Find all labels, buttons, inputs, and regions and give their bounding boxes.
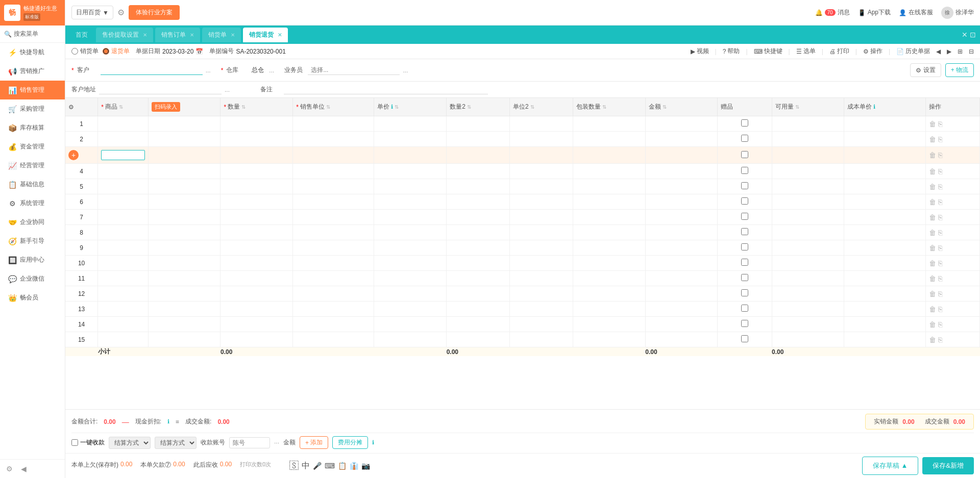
available-cell[interactable]	[772, 225, 844, 240]
gift-checkbox[interactable]	[741, 335, 748, 342]
cost-unit-cell[interactable]	[844, 164, 925, 179]
gift-checkbox[interactable]	[741, 135, 748, 142]
salesperson-input[interactable]	[308, 65, 400, 75]
logistics-button[interactable]: + 物流	[945, 63, 974, 77]
quantity2-cell[interactable]	[447, 132, 510, 147]
amount-cell[interactable]	[645, 132, 718, 147]
barcode-cell[interactable]	[148, 271, 220, 286]
radio-sales-return[interactable]: 退货单	[103, 47, 130, 56]
cost-info-icon[interactable]: ℹ	[873, 104, 875, 110]
cost-unit-cell[interactable]	[844, 286, 925, 301]
industry-dropdown[interactable]: 日用百货 ▼	[71, 6, 113, 19]
quantity2-cell[interactable]	[447, 271, 510, 286]
add-button[interactable]: + 添加	[300, 436, 328, 449]
gift-checkbox[interactable]	[741, 182, 748, 189]
quantity2-cell[interactable]	[447, 256, 510, 271]
one-click-input[interactable]	[71, 439, 78, 446]
bottom-icon-6[interactable]: 👔	[350, 462, 358, 470]
pack-qty-cell[interactable]	[573, 194, 646, 210]
product-cell[interactable]	[98, 225, 149, 240]
sales-unit-cell[interactable]	[293, 147, 374, 164]
bottom-icon-3[interactable]: 🎤	[313, 462, 322, 470]
amount-cell[interactable]	[645, 164, 718, 179]
pack-qty-cell[interactable]	[573, 210, 646, 225]
unit-sort-icon[interactable]: ⇅	[326, 104, 330, 110]
quantity-cell[interactable]	[220, 271, 293, 286]
copy-icon[interactable]: ⎘	[938, 183, 942, 191]
copy-icon[interactable]: ⎘	[938, 135, 942, 143]
nav-prev-icon[interactable]: ◀	[936, 48, 941, 55]
remarks-input[interactable]	[284, 85, 488, 94]
cost-unit-cell[interactable]	[844, 210, 925, 225]
pack-sort-icon[interactable]: ⇅	[602, 104, 606, 110]
quantity2-cell[interactable]	[447, 147, 510, 164]
unit2-cell[interactable]	[510, 210, 573, 225]
sidebar-item-shortcuts[interactable]: ⚡ 快捷导航	[0, 43, 65, 62]
copy-icon[interactable]: ⎘	[938, 213, 942, 221]
product-cell[interactable]	[98, 317, 149, 332]
unit2-cell[interactable]	[510, 147, 573, 164]
quantity-cell[interactable]	[220, 332, 293, 347]
salesperson-dots[interactable]: ...	[403, 67, 408, 74]
copy-icon[interactable]: ⎘	[938, 305, 942, 313]
tab-sales-delivery-close-icon[interactable]: ✕	[231, 32, 235, 38]
bottom-icon-7[interactable]: 📷	[361, 462, 370, 470]
unit-price-cell[interactable]	[374, 256, 447, 271]
gift-checkbox[interactable]	[741, 259, 748, 266]
restore-tab-icon[interactable]: ⊡	[970, 31, 976, 39]
view-list-icon[interactable]: ⊞	[958, 48, 963, 55]
pack-qty-cell[interactable]	[573, 147, 646, 164]
sidebar-item-apps[interactable]: 🔲 应用中心	[0, 250, 65, 269]
sales-unit-cell[interactable]	[293, 271, 374, 286]
notifications-item[interactable]: 🔔 70 消息	[815, 8, 850, 17]
pack-qty-cell[interactable]	[573, 179, 646, 194]
sidebar-item-operations[interactable]: 📈 经营管理	[0, 156, 65, 175]
unit-price-cell[interactable]	[374, 240, 447, 256]
col-header-barcode[interactable]: 扫码录入	[148, 98, 220, 116]
product-cell[interactable]	[98, 164, 149, 179]
nav-next-icon[interactable]: ▶	[947, 48, 951, 55]
delete-icon[interactable]: 🗑	[929, 120, 936, 128]
cash-discount-info-icon[interactable]: ℹ	[167, 418, 169, 425]
sidebar-item-enterprise[interactable]: 🤝 企业协同	[0, 213, 65, 232]
header-gear-icon[interactable]: ⚙	[117, 8, 125, 17]
pack-qty-cell[interactable]	[573, 271, 646, 286]
barcode-cell[interactable]	[148, 132, 220, 147]
gift-checkbox[interactable]	[741, 167, 748, 174]
radio-sales-delivery[interactable]: 销货单	[71, 47, 99, 56]
copy-icon[interactable]: ⎘	[938, 259, 942, 267]
user-profile-item[interactable]: 徐 徐泽华	[941, 7, 974, 19]
quantity2-cell[interactable]	[447, 210, 510, 225]
sales-unit-cell[interactable]	[293, 194, 374, 210]
number-value[interactable]: SA-20230320-001	[236, 48, 285, 55]
barcode-cell[interactable]	[148, 164, 220, 179]
delete-icon[interactable]: 🗑	[929, 151, 936, 159]
copy-icon[interactable]: ⎘	[938, 167, 942, 175]
pack-qty-cell[interactable]	[573, 256, 646, 271]
settlement-method-select[interactable]: 结算方式	[109, 437, 151, 449]
customer-input[interactable]	[101, 65, 203, 75]
copy-icon[interactable]: ⎘	[938, 120, 942, 128]
sidebar-item-sales[interactable]: 📊 销售管理	[0, 81, 65, 99]
amount-cell[interactable]	[645, 332, 718, 347]
unit2-cell[interactable]	[510, 332, 573, 347]
toolbar-history[interactable]: 📄 历史单据	[896, 47, 930, 56]
product-sort-icon[interactable]: ⇅	[119, 104, 123, 110]
pack-qty-cell[interactable]	[573, 132, 646, 147]
pack-qty-cell[interactable]	[573, 225, 646, 240]
amount-cell[interactable]	[645, 116, 718, 132]
tab-price-close-icon[interactable]: ✕	[143, 32, 147, 38]
sidebar-item-finance[interactable]: 💰 资金管理	[0, 137, 65, 156]
qty2-sort-icon[interactable]: ⇅	[467, 104, 471, 110]
copy-icon[interactable]: ⎘	[938, 229, 942, 237]
unit-price-cell[interactable]	[374, 210, 447, 225]
unit2-cell[interactable]	[510, 301, 573, 317]
product-cell[interactable]	[98, 332, 149, 347]
quantity2-cell[interactable]	[447, 286, 510, 301]
available-cell[interactable]	[772, 132, 844, 147]
radio-sales-delivery-input[interactable]	[71, 48, 78, 55]
cost-unit-cell[interactable]	[844, 116, 925, 132]
sales-unit-cell[interactable]	[293, 256, 374, 271]
unit2-cell[interactable]	[510, 116, 573, 132]
gift-checkbox[interactable]	[741, 274, 748, 281]
